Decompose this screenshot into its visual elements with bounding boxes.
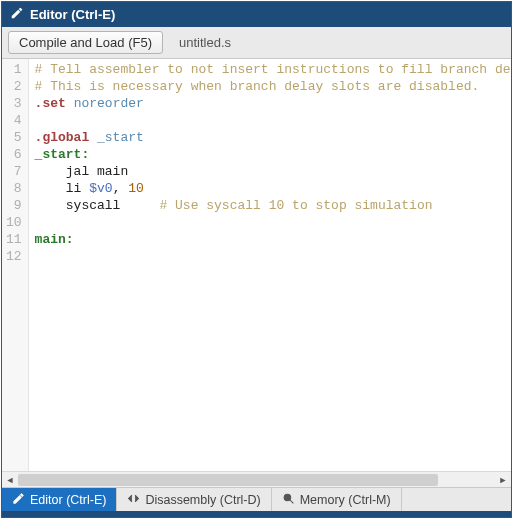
editor-panel: Editor (Ctrl-E) Compile and Load (F5) un… <box>1 1 512 518</box>
line-gutter: 123456789101112 <box>2 59 29 471</box>
code-token: main: <box>35 232 74 247</box>
scroll-right-arrow-icon[interactable]: ► <box>495 472 511 488</box>
code-token: , <box>113 181 129 196</box>
tab-editor[interactable]: Editor (Ctrl-E) <box>2 488 117 511</box>
line-number: 10 <box>6 214 22 231</box>
code-area[interactable]: # Tell assembler to not insert instructi… <box>29 59 511 471</box>
code-token: syscall <box>35 198 121 213</box>
line-number: 11 <box>6 231 22 248</box>
line-number: 8 <box>6 180 22 197</box>
edit-icon <box>12 492 25 508</box>
code-token: .set <box>35 96 66 111</box>
scroll-thumb[interactable] <box>18 474 438 486</box>
code-line: # This is necessary when branch delay sl… <box>35 79 480 94</box>
code-token: 10 <box>128 181 144 196</box>
svg-point-0 <box>284 494 291 501</box>
bottom-tab-strip: Editor (Ctrl-E) Disassembly (Ctrl-D) Mem… <box>2 487 511 511</box>
line-number: 1 <box>6 61 22 78</box>
code-token: _start <box>89 130 144 145</box>
line-number: 9 <box>6 197 22 214</box>
toolbar: Compile and Load (F5) untitled.s <box>2 27 511 59</box>
horizontal-scrollbar[interactable]: ◄ ► <box>2 471 511 487</box>
code-token: .global <box>35 130 90 145</box>
code-token: li <box>35 181 90 196</box>
compile-load-button[interactable]: Compile and Load (F5) <box>8 31 163 54</box>
titlebar-title: Editor (Ctrl-E) <box>30 7 115 22</box>
tab-memory[interactable]: Memory (Ctrl-M) <box>272 488 402 511</box>
code-token: _start: <box>35 147 90 162</box>
tab-label: Memory (Ctrl-M) <box>300 493 391 507</box>
code-line: # Tell assembler to not insert instructi… <box>35 62 511 77</box>
line-number: 3 <box>6 95 22 112</box>
code-editor[interactable]: 123456789101112 # Tell assembler to not … <box>2 59 511 471</box>
tab-label: Editor (Ctrl-E) <box>30 493 106 507</box>
bottom-border <box>2 511 511 517</box>
tab-disassembly[interactable]: Disassembly (Ctrl-D) <box>117 488 271 511</box>
code-token: # Use syscall 10 to stop simulation <box>159 198 432 213</box>
titlebar: Editor (Ctrl-E) <box>2 2 511 27</box>
code-token: $v0 <box>89 181 112 196</box>
svg-line-1 <box>290 500 293 503</box>
line-number: 5 <box>6 129 22 146</box>
code-token: noreorder <box>66 96 144 111</box>
tab-label: Disassembly (Ctrl-D) <box>145 493 260 507</box>
file-tab[interactable]: untitled.s <box>173 32 237 53</box>
code-line: jal main <box>35 164 129 179</box>
line-number: 4 <box>6 112 22 129</box>
code-token <box>120 198 159 213</box>
line-number: 6 <box>6 146 22 163</box>
line-number: 12 <box>6 248 22 265</box>
code-icon <box>127 492 140 508</box>
line-number: 7 <box>6 163 22 180</box>
search-icon <box>282 492 295 508</box>
edit-icon <box>10 6 24 23</box>
line-number: 2 <box>6 78 22 95</box>
scroll-left-arrow-icon[interactable]: ◄ <box>2 472 18 488</box>
